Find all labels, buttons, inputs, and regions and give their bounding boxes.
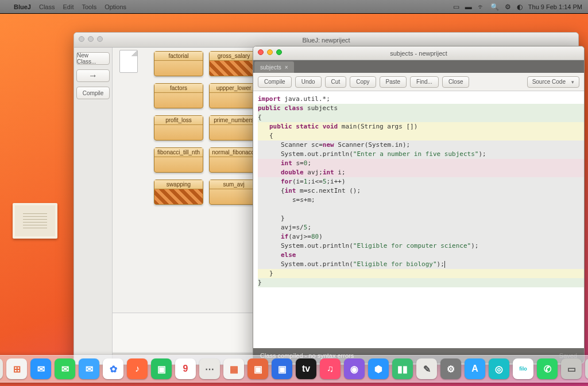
class-card-uppper_lower[interactable]: uppper_lower — [209, 83, 258, 108]
tab-close-icon[interactable]: × — [285, 64, 288, 71]
dock-app-19[interactable]: ✎ — [416, 358, 437, 379]
class-card-prime_numbers[interactable]: prime_numbers — [209, 115, 258, 141]
copy-button[interactable]: Copy — [350, 76, 376, 88]
menubar-left: BlueJ Class Edit Tools Options — [6, 3, 126, 10]
dock-app-2[interactable]: ⊞ — [6, 358, 27, 379]
class-card-gross_salary[interactable]: gross_salary — [209, 51, 258, 76]
project-minimize-button[interactable] — [88, 36, 94, 42]
spotlight-icon[interactable]: 🔍 — [490, 3, 499, 11]
dock-app-25[interactable]: ▭ — [561, 358, 582, 379]
readme-icon[interactable] — [119, 50, 138, 73]
control-center-icon[interactable]: ⚙ — [505, 3, 511, 11]
dock-app-1[interactable]: ⌘ — [0, 358, 3, 379]
editor-toolbar: Compile Undo Cut Copy Paste Find... Clos… — [253, 73, 584, 91]
dock-app-24[interactable]: ✆ — [537, 358, 558, 379]
dock-app-12[interactable]: ▣ — [247, 358, 268, 379]
project-zoom-button[interactable] — [97, 36, 103, 42]
class-card-label: uppper_lower — [210, 84, 258, 93]
dock: ☺⌘⊞✉✉✉✿♪▣9⋯▦▣▣tv♫◉⬢▮▮✎⚙A◎filo✆▭✖🗑 — [0, 355, 588, 383]
close-button[interactable]: Close — [442, 76, 470, 88]
airplay-icon[interactable]: ▭ — [453, 3, 459, 11]
dock-app-21[interactable]: A — [465, 358, 485, 379]
dock-app-11[interactable]: ▦ — [223, 358, 244, 379]
menubar-right: ▭ ▬ ᯤ 🔍 ⚙ ◐ Thu 9 Feb 1:14 PM — [453, 3, 582, 11]
compile-button[interactable]: Compile — [258, 76, 292, 88]
dock-app-17[interactable]: ⬢ — [368, 358, 389, 379]
text-cursor — [444, 261, 445, 268]
paste-button[interactable]: Paste — [380, 76, 407, 88]
mac-menubar: BlueJ Class Edit Tools Options ▭ ▬ ᯤ 🔍 ⚙… — [0, 0, 588, 14]
compile-button[interactable]: Compile — [76, 87, 110, 99]
battery-icon[interactable]: ▬ — [465, 3, 472, 11]
dock-app-15[interactable]: ♫ — [320, 358, 341, 379]
editor-titlebar[interactable]: subjects - newpriject — [253, 46, 584, 60]
view-dropdown[interactable]: Source Code — [527, 76, 579, 88]
dock-app-10[interactable]: ⋯ — [199, 358, 220, 379]
menu-tools[interactable]: Tools — [82, 3, 96, 10]
dock-app-14[interactable]: tv — [296, 358, 316, 379]
class-card-swapping[interactable]: swapping — [154, 180, 203, 205]
project-traffic-lights — [79, 36, 103, 42]
tab-label: subjects — [260, 64, 281, 71]
editor-minimize-button[interactable] — [267, 49, 273, 55]
menu-options[interactable]: Options — [105, 3, 126, 10]
class-card-profit_loss[interactable]: profit_loss — [154, 115, 203, 141]
siri-icon[interactable]: ◐ — [517, 3, 523, 11]
class-card-label: fibonacci_till_nth — [154, 148, 203, 157]
undo-button[interactable]: Undo — [295, 76, 322, 88]
class-card-factorial[interactable]: factorial — [154, 51, 203, 76]
project-window-title: BlueJ: newpriject — [302, 37, 350, 44]
class-card-factors[interactable]: factors — [154, 83, 203, 108]
class-card-label: profit_loss — [154, 116, 203, 125]
class-card-label: gross_salary — [210, 52, 258, 61]
dock-app-7[interactable]: ♪ — [127, 358, 148, 379]
project-close-button[interactable] — [79, 36, 84, 42]
class-card-normal_fibonacci[interactable]: normal_fibonacci — [209, 147, 258, 173]
editor-tabstrip: subjects × — [253, 60, 584, 73]
view-dropdown-label: Source Code — [532, 79, 566, 85]
class-card-sum_avj[interactable]: sum_avj — [209, 180, 258, 205]
class-card-label: sum_avj — [210, 180, 258, 189]
menu-class[interactable]: Class — [39, 3, 55, 10]
desktop[interactable]: BlueJ: newpriject New Class... → Compile… — [0, 14, 588, 386]
dock-app-8[interactable]: ▣ — [151, 358, 172, 379]
editor-tab-subjects[interactable]: subjects × — [254, 61, 294, 73]
editor-zoom-button[interactable] — [276, 49, 282, 55]
class-card-fibonacci_till_nth[interactable]: fibonacci_till_nth — [154, 147, 203, 173]
dock-app-13[interactable]: ▣ — [272, 358, 292, 379]
class-card-label: factorial — [154, 52, 203, 61]
inherit-arrow-button[interactable]: → — [76, 69, 110, 82]
dock-app-5[interactable]: ✉ — [79, 358, 99, 379]
dock-app-6[interactable]: ✿ — [103, 358, 123, 379]
new-class-button[interactable]: New Class... — [76, 52, 110, 65]
class-card-label: factors — [154, 84, 203, 93]
class-card-label: swapping — [154, 180, 203, 189]
dock-app-18[interactable]: ▮▮ — [392, 358, 413, 379]
menubar-clock[interactable]: Thu 9 Feb 1:14 PM — [528, 3, 582, 10]
editor-traffic-lights — [258, 49, 282, 55]
editor-close-button[interactable] — [258, 49, 264, 55]
editor-window-title: subjects - newpriject — [390, 50, 447, 57]
dock-app-26[interactable]: ✖ — [585, 358, 588, 379]
cut-button[interactable]: Cut — [325, 76, 347, 88]
class-card-label: normal_fibonacci — [210, 148, 258, 157]
menu-edit[interactable]: Edit — [63, 3, 74, 10]
dock-app-20[interactable]: ⚙ — [440, 358, 461, 379]
class-card-label: prime_numbers — [210, 116, 258, 125]
dock-app-16[interactable]: ◉ — [344, 358, 365, 379]
code-editor[interactable]: import java.util.*; public class subject… — [253, 91, 584, 348]
dock-app-23[interactable]: filo — [513, 358, 533, 379]
dock-app-3[interactable]: ✉ — [30, 358, 51, 379]
editor-window: subjects - newpriject subjects × Compile… — [253, 46, 585, 364]
project-sidebar: New Class... → Compile — [74, 48, 112, 364]
desktop-notes-widget[interactable] — [13, 203, 57, 239]
dock-app-9[interactable]: 9 — [175, 358, 196, 379]
dock-app-22[interactable]: ◎ — [489, 358, 509, 379]
wifi-icon[interactable]: ᯤ — [478, 3, 485, 11]
dock-app-4[interactable]: ✉ — [55, 358, 75, 379]
find-button[interactable]: Find... — [410, 76, 439, 88]
menubar-app-name[interactable]: BlueJ — [14, 3, 31, 10]
